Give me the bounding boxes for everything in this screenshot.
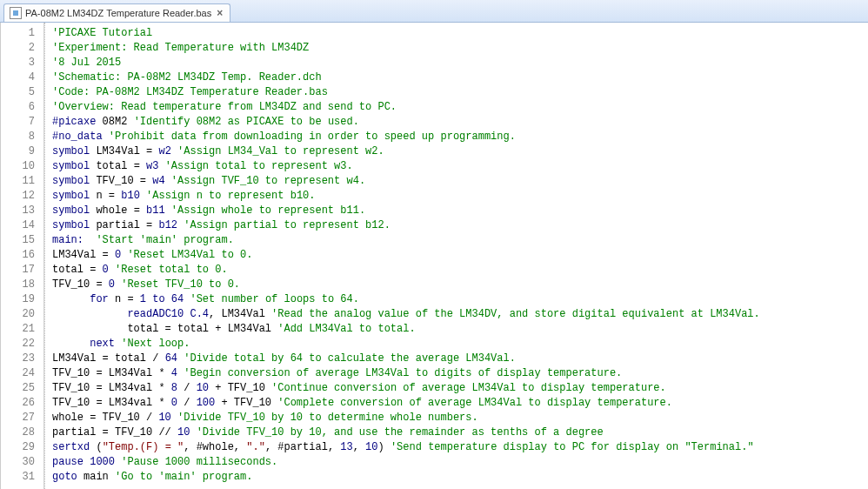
code-token: LM34Val = — [90, 145, 158, 157]
code-line[interactable]: next 'Next loop. — [52, 337, 868, 352]
code-line[interactable]: 'Code: PA-08M2 LM34DZ Temperature Reader… — [52, 85, 868, 100]
code-line[interactable]: LM34Val = total / 64 'Divide total by 64… — [52, 352, 868, 366]
code-token: 'Pause 1000 milliseconds. — [121, 456, 277, 468]
code-line[interactable]: symbol TFV_10 = w4 'Assign TVF_10 to rep… — [52, 174, 868, 189]
code-token: 'Experiment: Read Temperature with LM34D… — [52, 42, 309, 54]
code-token: LM34Val = total / — [52, 352, 165, 365]
code-line[interactable]: TFV_10 = LM34Val * 4 'Begin conversion o… — [52, 366, 868, 381]
code-token: TFV_10 = — [90, 175, 152, 187]
line-number: 3 — [1, 56, 35, 70]
code-line[interactable]: #picaxe 08M2 'Identify 08M2 as PICAXE to… — [52, 115, 868, 130]
code-token: partial = — [90, 219, 158, 231]
code-line[interactable]: for n = 1 to 64 'Set number of loops to … — [52, 292, 868, 307]
code-token — [171, 412, 177, 424]
file-icon — [10, 7, 22, 19]
code-token: w2 — [158, 145, 170, 157]
code-line[interactable]: whole = TFV_10 / 10 'Divide TFV_10 by 10… — [52, 411, 868, 425]
code-line[interactable]: #no_data 'Prohibit data from downloading… — [52, 130, 868, 144]
code-token: 13 — [340, 441, 352, 453]
code-token: total = — [52, 264, 103, 276]
line-number: 26 — [1, 396, 35, 411]
code-token: for — [90, 293, 109, 305]
code-editor[interactable]: 'PICAXE Tutorial'Experiment: Read Temper… — [45, 23, 868, 489]
code-token — [165, 204, 171, 217]
code-line[interactable]: total = 0 'Reset total to 0. — [52, 263, 868, 278]
code-token: #no_data — [52, 131, 103, 143]
code-token: 4 — [171, 367, 177, 379]
line-number: 29 — [1, 440, 35, 455]
line-number: 12 — [1, 189, 35, 204]
code-token: 'Reset LM34Val to 0. — [127, 249, 252, 261]
tab-active[interactable]: PA-08M2 LM34DZ Temperature Reader.bas × — [3, 3, 230, 22]
line-number: 19 — [1, 292, 35, 307]
code-token: 'Divide TFV_10 by 10 to determine whole … — [177, 412, 478, 424]
code-line[interactable]: symbol whole = b11 'Assign whole to repr… — [52, 204, 868, 218]
code-line[interactable]: symbol partial = b12 'Assign partial to … — [52, 218, 868, 233]
code-line[interactable]: TFV_10 = LM34val * 0 / 100 + TFV_10 'Com… — [52, 396, 868, 411]
line-number-gutter: 1234567891011121314151617181920212223242… — [1, 23, 44, 489]
code-token: next — [90, 338, 115, 350]
code-token: total = — [90, 160, 146, 172]
code-line[interactable]: 'Experiment: Read Temperature with LM34D… — [52, 41, 868, 56]
line-number: 16 — [1, 248, 35, 263]
code-token: 'Add LM34Val to total. — [277, 323, 415, 335]
code-token: 0 — [109, 278, 115, 291]
code-line[interactable]: readADC10 C.4, LM34Val 'Read the analog … — [52, 307, 868, 322]
code-token: 0 — [171, 397, 177, 409]
code-token — [165, 175, 171, 187]
code-token: b12 — [158, 219, 177, 231]
code-token: , — [353, 441, 365, 453]
code-line[interactable]: '8 Jul 2015 — [52, 56, 868, 70]
code-token — [140, 190, 146, 202]
line-number: 11 — [1, 174, 35, 189]
code-token — [52, 293, 90, 305]
code-line[interactable]: partial = TFV_10 // 10 'Divide TFV_10 by… — [52, 425, 868, 440]
line-number: 25 — [1, 381, 35, 396]
code-token: C.4 — [190, 308, 209, 320]
code-token: w4 — [152, 175, 164, 187]
code-line[interactable]: total = total + LM34Val 'Add LM34Val to … — [52, 322, 868, 337]
code-line[interactable]: sertxd ("Temp.(F) = ", #whole, ".", #par… — [52, 440, 868, 455]
code-line[interactable]: TFV_10 = LM34val * 8 / 10 + TFV_10 'Cont… — [52, 381, 868, 396]
code-token: w3 — [146, 160, 158, 172]
code-token: partial = TFV_10 // — [52, 426, 177, 439]
code-token: 08M2 — [96, 116, 133, 128]
line-number: 4 — [1, 70, 35, 85]
line-number: 18 — [1, 278, 35, 292]
code-token: 10 — [177, 426, 190, 439]
code-line[interactable]: pause 1000 'Pause 1000 milliseconds. — [52, 455, 868, 470]
line-number: 17 — [1, 263, 35, 278]
code-token: '8 Jul 2015 — [52, 57, 121, 69]
line-number: 13 — [1, 204, 35, 218]
code-token: TFV_10 = LM34val * — [52, 382, 171, 394]
code-line[interactable]: 'Overview: Read temperature from LM34DZ … — [52, 100, 868, 115]
code-line[interactable]: symbol total = w3 'Assign total to repre… — [52, 159, 868, 174]
code-token: 1 — [140, 293, 146, 305]
code-token: sertxd — [52, 441, 90, 453]
code-line[interactable]: LM34Val = 0 'Reset LM34Val to 0. — [52, 248, 868, 263]
code-token: 'Overview: Read temperature from LM34DZ … — [52, 101, 397, 113]
code-token: TFV_10 = — [52, 278, 109, 291]
code-token: 'Send temperature display to PC for disp… — [391, 441, 754, 453]
code-line[interactable]: 'PICAXE Tutorial — [52, 26, 868, 41]
code-token: main: — [52, 234, 83, 246]
code-line[interactable]: main: 'Start 'main' program. — [52, 233, 868, 248]
code-token: 'Assign TVF_10 to represent w4. — [171, 175, 365, 187]
code-token: ( — [90, 441, 102, 453]
code-token: , LM34Val — [209, 308, 271, 320]
code-token: "Temp.(F) = " — [103, 441, 184, 453]
code-line[interactable]: symbol n = b10 'Assign n to represent b1… — [52, 189, 868, 204]
code-line[interactable]: 'Schematic: PA-08M2 LM34DZ Temp. Reader.… — [52, 70, 868, 85]
code-token: symbol — [52, 175, 90, 187]
code-token: "." — [246, 441, 265, 453]
code-token — [52, 308, 127, 320]
code-line[interactable]: symbol LM34Val = w2 'Assign LM34_Val to … — [52, 144, 868, 159]
close-icon[interactable]: × — [215, 7, 224, 19]
line-number: 5 — [1, 85, 35, 100]
code-token: / — [177, 382, 197, 394]
code-line[interactable]: goto main 'Go to 'main' program. — [52, 470, 868, 485]
line-number: 22 — [1, 337, 35, 352]
code-token: 'Continue conversion of average LM34Val … — [271, 382, 666, 394]
line-number: 21 — [1, 322, 35, 337]
code-line[interactable]: TFV_10 = 0 'Reset TFV_10 to 0. — [52, 278, 868, 292]
